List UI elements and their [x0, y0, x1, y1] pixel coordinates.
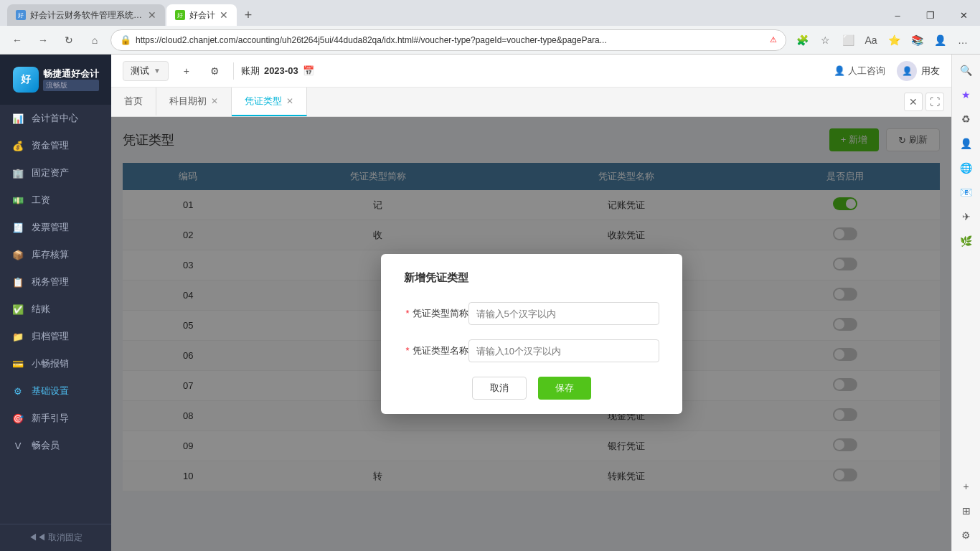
right-search-icon[interactable]: 🔍	[956, 60, 976, 80]
period-label: 账期	[241, 65, 260, 77]
right-user-icon[interactable]: 👤	[956, 133, 976, 154]
sidebar-item-label: 基础设置	[32, 385, 69, 397]
extensions-icon[interactable]: 🧩	[792, 30, 812, 50]
workspace-arrow-icon: ▼	[154, 67, 161, 75]
cancel-pin-label: 取消固定	[48, 532, 83, 542]
right-grid-icon[interactable]: ⊞	[956, 501, 976, 521]
sidebar-scroll[interactable]: 📊 会计首中心 💰 资金管理 🏢 固定资产 💵 工资 🧾 发票管理 📦	[0, 105, 111, 524]
abbr-label: *凭证类型简称	[404, 307, 468, 320]
sidebar-item-member[interactable]: V 畅会员	[0, 432, 111, 459]
browser-tab-2[interactable]: 好 好会计 ✕	[166, 4, 237, 26]
restore-button[interactable]: ❐	[914, 4, 947, 26]
menu-icon[interactable]: …	[953, 30, 973, 50]
tab-favicon-2: 好	[175, 10, 185, 20]
cancel-button[interactable]: 取消	[472, 377, 527, 400]
tab-voucher-label: 凭证类型	[245, 95, 282, 108]
sidebar-item-accounting[interactable]: 📊 会计首中心	[0, 105, 111, 132]
sidebar-item-payroll[interactable]: 💵 工资	[0, 187, 111, 214]
collections-icon[interactable]: 📚	[907, 30, 927, 50]
new-tab-button[interactable]: +	[238, 5, 258, 25]
tab-favicon-1: 好	[16, 10, 26, 20]
abbr-form-row: *凭证类型简称	[404, 302, 659, 325]
sidebar-item-inventory[interactable]: 📦 库存核算	[0, 241, 111, 268]
right-add-icon[interactable]: +	[956, 476, 976, 496]
right-plane-icon[interactable]: ✈	[956, 207, 976, 227]
sidebar-item-label: 会计首中心	[32, 112, 78, 125]
sidebar-item-invoice[interactable]: 🧾 发票管理	[0, 214, 111, 241]
logo-text: 畅捷通好会计	[43, 68, 99, 80]
period-value: 2023-03	[264, 65, 298, 76]
tab-title-2: 好会计	[189, 9, 215, 22]
sidebar-item-guide[interactable]: 🎯 新手引导	[0, 405, 111, 432]
sidebar-item-closing[interactable]: ✅ 结账	[0, 296, 111, 323]
consult-button[interactable]: 👤 人工咨询	[834, 65, 885, 77]
right-star-icon[interactable]: ★	[956, 85, 976, 105]
sidebar-item-fixed-assets[interactable]: 🏢 固定资产	[0, 159, 111, 187]
settings-button[interactable]: ⚙	[204, 60, 226, 82]
tab-voucher-type[interactable]: 凭证类型 ✕	[232, 88, 307, 116]
right-recycle-icon[interactable]: ♻	[956, 109, 976, 129]
closing-icon: ✅	[11, 303, 24, 316]
close-button[interactable]: ✕	[947, 4, 980, 26]
logo-icon: 好	[13, 67, 39, 93]
app-content: 测试 ▼ + ⚙ 账期 2023-03 📅 👤 人工咨询 👤 用友	[111, 55, 951, 551]
reload-button[interactable]: ↻	[59, 30, 79, 50]
main-area: 凭证类型 + 新增 ↻ 刷新 编码 凭证类型简称 凭证	[111, 117, 951, 551]
add-workspace-button[interactable]: +	[176, 60, 197, 82]
minimize-button[interactable]: –	[881, 4, 914, 26]
tab-voucher-close[interactable]: ✕	[286, 96, 293, 106]
period-selector[interactable]: 账期 2023-03 📅	[241, 65, 314, 77]
font-icon[interactable]: Aa	[861, 30, 881, 50]
name-form-row: *凭证类型名称	[404, 339, 659, 362]
user-name: 用友	[921, 65, 940, 77]
tax-icon: 📋	[11, 276, 24, 288]
right-email-icon[interactable]: 📧	[956, 182, 976, 202]
user-icon[interactable]: 👤	[930, 30, 950, 50]
favorites-icon[interactable]: ☆	[815, 30, 835, 50]
divider	[233, 62, 234, 80]
address-bar-row: ← → ↻ ⌂ 🔒 https://cloud2.chanjet.com/acc…	[0, 26, 980, 55]
tab-home[interactable]: 首页	[111, 88, 156, 116]
tab-subject-close[interactable]: ✕	[211, 96, 218, 106]
right-globe-icon[interactable]: 🌐	[956, 158, 976, 178]
invoice-icon: 🧾	[11, 221, 24, 234]
lock-icon: 🔒	[120, 34, 131, 45]
top-bar: 测试 ▼ + ⚙ 账期 2023-03 📅 👤 人工咨询 👤 用友	[111, 55, 951, 88]
home-button[interactable]: ⌂	[85, 30, 105, 50]
fixed-assets-icon: 🏢	[11, 166, 24, 179]
new-voucher-modal: 新增凭证类型 *凭证类型简称 *凭证类型名称 取消	[381, 254, 682, 414]
workspace-select[interactable]: 测试 ▼	[123, 61, 169, 81]
sidebar-item-label: 结账	[32, 303, 50, 316]
back-button[interactable]: ←	[7, 30, 27, 50]
star-icon[interactable]: ⭐	[884, 30, 904, 50]
split-screen-icon[interactable]: ⬜	[838, 30, 858, 50]
right-leaf-icon[interactable]: 🌿	[956, 231, 976, 251]
toolbar-icons: 🧩 ☆ ⬜ Aa ⭐ 📚 👤 …	[792, 30, 973, 50]
right-gear-icon[interactable]: ⚙	[956, 525, 976, 545]
tab-subject-init[interactable]: 科目期初 ✕	[156, 88, 232, 116]
tab-expand-button[interactable]: ⛶	[925, 93, 944, 111]
abbr-input[interactable]	[468, 302, 659, 325]
window-controls: – ❐ ✕	[881, 4, 980, 26]
tab-close-1[interactable]: ✕	[148, 9, 156, 21]
name-input[interactable]	[468, 339, 659, 362]
tab-close-all-button[interactable]: ✕	[904, 93, 923, 111]
address-box[interactable]: 🔒 https://cloud2.chanjet.com/accounting/…	[110, 29, 786, 51]
user-box[interactable]: 👤 用友	[897, 61, 940, 81]
tab-subject-label: 科目期初	[169, 95, 207, 108]
sidebar-item-archive[interactable]: 📁 归档管理	[0, 323, 111, 350]
save-button[interactable]: 保存	[538, 377, 591, 400]
modal-overlay: 新增凭证类型 *凭证类型简称 *凭证类型名称 取消	[111, 117, 951, 551]
sidebar-item-funds[interactable]: 💰 资金管理	[0, 132, 111, 159]
forward-button[interactable]: →	[33, 30, 53, 50]
user-avatar: 👤	[897, 61, 917, 81]
browser-tab-1[interactable]: 好 好会计云财务软件管理系统_会计 ✕	[7, 4, 165, 26]
top-bar-right: 👤 人工咨询 👤 用友	[834, 61, 940, 81]
sidebar-item-tax[interactable]: 📋 税务管理	[0, 268, 111, 296]
tab-close-2[interactable]: ✕	[220, 9, 228, 21]
sidebar-item-settings[interactable]: ⚙ 基础设置	[0, 377, 111, 405]
cancel-pin-button[interactable]: ◀◀ 取消固定	[0, 524, 111, 551]
sidebar-item-expense[interactable]: 💳 小畅报销	[0, 350, 111, 377]
accounting-icon: 📊	[11, 112, 24, 125]
inventory-icon: 📦	[11, 248, 24, 261]
